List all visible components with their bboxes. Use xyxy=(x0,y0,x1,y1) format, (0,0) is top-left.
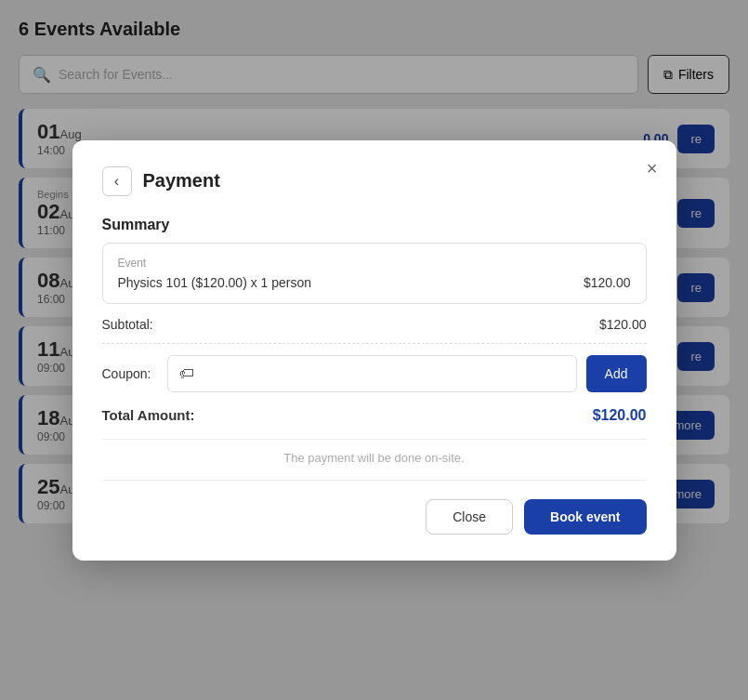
event-summary-row: Physics 101 ($120.00) x 1 person $120.00 xyxy=(118,275,631,290)
modal-title: Payment xyxy=(143,170,220,192)
tag-icon: 🏷 xyxy=(179,365,194,382)
coupon-row: Coupon: 🏷 Add xyxy=(102,355,647,392)
total-value: $120.00 xyxy=(593,407,647,424)
subtotal-value: $120.00 xyxy=(599,317,647,332)
coupon-input-box[interactable]: 🏷 xyxy=(167,355,577,392)
coupon-label: Coupon: xyxy=(102,366,158,381)
close-modal-button[interactable]: Close xyxy=(426,499,513,535)
event-description: Physics 101 ($120.00) x 1 person xyxy=(118,275,312,290)
total-row: Total Amount: $120.00 xyxy=(102,407,647,424)
modal-overlay: ‹ Payment × Summary Event Physics 101 ($… xyxy=(0,0,748,700)
add-coupon-button[interactable]: Add xyxy=(586,355,647,392)
summary-box: Event Physics 101 ($120.00) x 1 person $… xyxy=(102,243,647,304)
book-event-button[interactable]: Book event xyxy=(524,499,646,535)
close-icon-button[interactable]: × xyxy=(647,159,658,178)
total-label: Total Amount: xyxy=(102,407,195,423)
modal-footer: Close Book event xyxy=(102,499,647,535)
back-button[interactable]: ‹ xyxy=(102,166,132,196)
payment-note: The payment will be done on-site. xyxy=(102,439,647,481)
event-price: $120.00 xyxy=(584,275,631,290)
summary-label: Summary xyxy=(102,217,647,233)
modal-header: ‹ Payment xyxy=(102,166,647,196)
event-field-label: Event xyxy=(118,257,631,270)
subtotal-label: Subtotal: xyxy=(102,317,153,332)
subtotal-row: Subtotal: $120.00 xyxy=(102,317,647,344)
payment-modal: ‹ Payment × Summary Event Physics 101 ($… xyxy=(72,140,676,561)
